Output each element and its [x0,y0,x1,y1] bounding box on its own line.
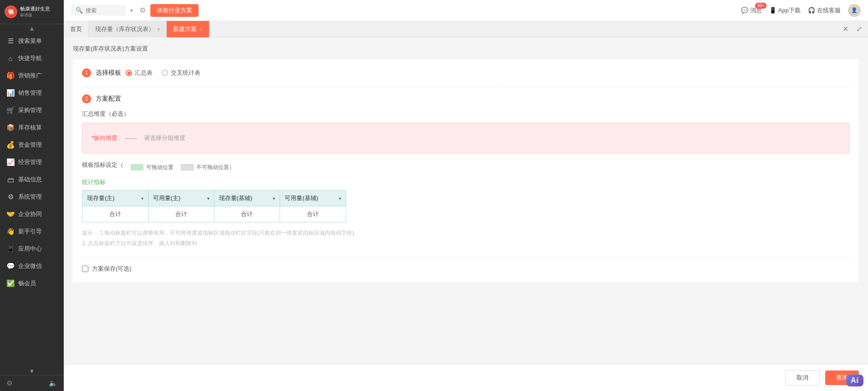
stats-col-body-3: 合计 [280,206,346,222]
sidebar-item-label: 快捷导航 [18,54,42,62]
section-divider-2 [82,257,850,257]
dim-box: *纵向维度 —— 请选择分组维度 [82,123,850,154]
audio-icon[interactable]: 🔈 [49,379,57,387]
col-dropdown-3[interactable]: ▾ [339,196,341,201]
stats-col-header-0[interactable]: 现存量(主) ▾ [82,190,148,206]
sidebar-item-label: 资金管理 [18,141,42,149]
sidebar-item-basic-info[interactable]: 🗃 基础信息 [0,171,64,188]
sidebar-item-label: 畅会员 [18,279,36,288]
user-avatar[interactable]: 👤 [848,4,861,17]
page-title: 现存量(库存状况表)方案设置 [73,45,859,53]
info-icon: 🗃 [6,175,15,184]
message-button[interactable]: 💬 消息 99+ [741,6,762,15]
save-checkbox[interactable] [82,266,88,272]
vertical-dim-required: *纵向维度 [92,134,117,142]
sidebar-item-system[interactable]: ⚙ 系统管理 [0,188,64,206]
template-options: 汇总表 交叉统计表 [126,69,200,77]
sidebar-item-cooperation[interactable]: 🤝 企业协同 [0,206,64,223]
summary-dim-label: 汇总维度（必选） [82,110,850,118]
sidebar-item-marketing[interactable]: 🎁 营销推广 [0,67,64,84]
tab-inventory[interactable]: 现存量（库存状况表） × [89,21,167,37]
sidebar-item-quick-nav[interactable]: ⌂ 快捷导航 [0,50,64,67]
stats-table-body: 合计 合计 合计 合计 [82,206,346,222]
section1-number: 1 [82,68,91,77]
tab-home[interactable]: 首页 [64,21,89,37]
col-dropdown-0[interactable]: ▾ [141,196,143,201]
sidebar-item-member[interactable]: ✅ 畅会员 [0,275,64,292]
wechat-icon: 💬 [6,262,15,270]
sidebar-item-purchase[interactable]: 🛒 采购管理 [0,102,64,119]
draggable-legend: 模板指标设定（ 可拖动位置 不可拖动位置） [82,161,850,174]
tips-section: 提示： 1.拖动标题栏可以调整布局，不可跨维度或指标区域拖动栏目字段(只能在同一… [82,229,850,248]
section-plan-config: 2 方案配置 汇总维度（必选） *纵向维度 —— 请选择分组维度 模板指标设定（ [82,94,850,248]
logo-icon: 畅 [5,5,17,18]
tab-inventory-close[interactable]: × [157,26,160,32]
section2-title: 方案配置 [96,95,121,103]
radio-crosstab-label: 交叉统计表 [171,69,200,77]
sidebar-item-label: 企业微信 [18,262,42,270]
section-divider-1 [82,87,850,87]
vertical-dim-dash: —— [125,135,137,142]
topbar-settings-icon[interactable]: ⚙ [139,6,146,15]
handshake-icon: 🤝 [6,210,15,218]
search-box[interactable]: 🔍 [71,5,126,15]
system-icon: ⚙ [6,193,15,201]
legend-nodrag-label: 不可拖动位置） [196,164,235,171]
tabs-bar: 首页 现存量（库存状况表） × 新建方案 × ✕ ⤢ [64,21,868,37]
ai-badge[interactable]: Ai [846,375,863,386]
stats-col-header-1[interactable]: 可用量(主) ▾ [148,190,214,206]
search-input[interactable] [86,7,122,14]
trial-button[interactable]: 体验行业方案 [150,4,199,17]
online-service-label: 在线客服 [817,6,841,15]
stats-table-header: 现存量(主) ▾ 可用量(主) ▾ 现存量(基辅) ▾ 可用量(基辅) [82,190,346,206]
stats-table: 现存量(主) ▾ 可用量(主) ▾ 现存量(基辅) ▾ 可用量(基辅) [82,190,346,222]
ops-icon: 📈 [6,158,15,166]
sidebar-scroll-up[interactable]: ▲ [0,24,64,32]
tab-new-plan[interactable]: 新建方案 × [167,21,209,37]
tips-title: 提示： [82,230,98,236]
message-badge: 99+ [755,3,766,9]
section1-title: 选择模板 [96,69,121,77]
tab-new-plan-close[interactable]: × [199,26,202,32]
topbar: 🔍 ▾ ⚙ 体验行业方案 💬 消息 99+ 📱 App下载 🎧 在线客服 👤 [64,0,868,21]
sidebar-item-label: 新手引导 [18,227,42,236]
drag-legend-box [131,164,143,170]
tip-2: 2. 点击标题栏下拉可设置排序、插入列和删除列 [82,239,850,248]
money-icon: 💰 [6,141,15,149]
col-dropdown-1[interactable]: ▾ [207,196,209,201]
close-window-icon[interactable]: ✕ [840,24,851,35]
app-download-button[interactable]: 📱 App下载 [769,6,801,15]
nodrag-legend-box [181,164,194,170]
sidebar-item-newbie[interactable]: 👋 新手引导 [0,223,64,240]
sidebar-item-inventory[interactable]: 📦 库存核算 [0,119,64,136]
cancel-button[interactable]: 取消 [785,370,820,386]
content-area: 现存量(库存状况表)方案设置 1 选择模板 汇总表 交叉统计表 [64,37,868,364]
online-service-button[interactable]: 🎧 在线客服 [808,6,841,15]
sidebar-nav: ☰ 搜索菜单 ⌂ 快捷导航 🎁 营销推广 📊 销售管理 🛒 采购管理 📦 库存核… [0,32,64,367]
sidebar-item-finance[interactable]: 💰 资金管理 [0,136,64,154]
radio-crosstab-circle [162,70,168,76]
sidebar-scroll-down[interactable]: ▼ [0,367,64,375]
cart-icon: 🛒 [6,106,15,114]
expand-window-icon[interactable]: ⤢ [853,24,864,35]
settings-bottom-icon[interactable]: ⚙ [6,379,12,387]
sidebar-item-label: 系统管理 [18,193,42,201]
tab-new-plan-label: 新建方案 [173,25,197,33]
topbar-actions: 💬 消息 99+ 📱 App下载 🎧 在线客服 👤 [741,4,861,17]
stats-col-header-3[interactable]: 可用量(基辅) ▾ [280,190,346,206]
radio-summary[interactable]: 汇总表 [126,69,153,77]
col-dropdown-2[interactable]: ▾ [273,196,275,201]
vertical-dim-placeholder[interactable]: 请选择分组维度 [144,134,185,142]
sidebar-item-label: 销售管理 [18,89,42,97]
sidebar-item-label: 经营管理 [18,158,42,166]
sidebar-item-wechat[interactable]: 💬 企业微信 [0,257,64,275]
sidebar-item-search-menu[interactable]: ☰ 搜索菜单 [0,32,64,50]
sidebar-item-sales[interactable]: 📊 销售管理 [0,84,64,102]
stats-col-header-2[interactable]: 现存量(基辅) ▾ [214,190,281,206]
sidebar-item-operations[interactable]: 📈 经营管理 [0,154,64,171]
home-icon: ⌂ [6,54,15,62]
radio-crosstab[interactable]: 交叉统计表 [162,69,200,77]
box-icon: 📦 [6,123,15,132]
sidebar-item-app-center[interactable]: 📱 应用中心 [0,240,64,257]
search-dropdown-icon[interactable]: ▾ [130,7,133,14]
